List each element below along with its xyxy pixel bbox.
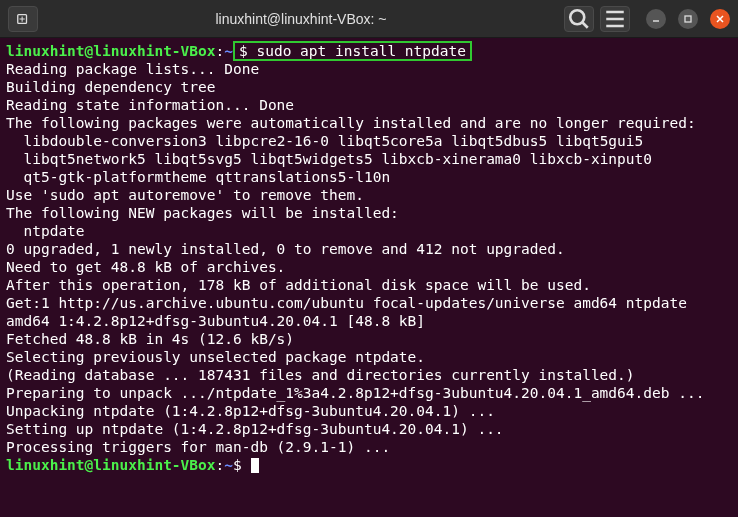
svg-rect-2 (685, 16, 691, 22)
maximize-icon (683, 14, 693, 24)
output-line: Selecting previously unselected package … (6, 348, 732, 366)
hamburger-icon (601, 5, 629, 33)
output-line: Preparing to unpack .../ntpdate_1%3a4.2.… (6, 384, 732, 402)
search-button[interactable] (564, 6, 594, 32)
output-line: libqt5network5 libqt5svg5 libqt5widgets5… (6, 150, 732, 168)
output-line: The following NEW packages will be insta… (6, 204, 732, 222)
output-line: Processing triggers for man-db (2.9.1-1)… (6, 438, 732, 456)
cursor (251, 458, 259, 473)
prompt-colon: : (216, 457, 225, 473)
terminal-content[interactable]: linuxhint@linuxhint-VBox:~$ sudo apt ins… (0, 38, 738, 517)
new-tab-icon (16, 12, 30, 26)
prompt-user-host: linuxhint@linuxhint-VBox (6, 43, 216, 59)
output-line: Reading state information... Done (6, 96, 732, 114)
output-line: Fetched 48.8 kB in 4s (12.6 kB/s) (6, 330, 732, 348)
output-line: (Reading database ... 187431 files and d… (6, 366, 732, 384)
svg-point-1 (570, 10, 584, 24)
search-icon (565, 5, 593, 33)
prompt-line-2: linuxhint@linuxhint-VBox:~$ (6, 456, 732, 474)
prompt-path: ~ (224, 457, 233, 473)
output-line: ntpdate (6, 222, 732, 240)
terminal-window: linuxhint@linuxhint-VBox: ~ (0, 0, 738, 517)
hamburger-menu-button[interactable] (600, 6, 630, 32)
prompt-path: ~ (224, 43, 233, 59)
prompt-dollar: $ (233, 457, 242, 473)
window-controls (646, 9, 730, 29)
output-line: Get:1 http://us.archive.ubuntu.com/ubunt… (6, 294, 732, 330)
close-button[interactable] (710, 9, 730, 29)
close-icon (715, 14, 725, 24)
minimize-button[interactable] (646, 9, 666, 29)
highlighted-command: $ sudo apt install ntpdate (233, 41, 472, 61)
maximize-button[interactable] (678, 9, 698, 29)
output-line: 0 upgraded, 1 newly installed, 0 to remo… (6, 240, 732, 258)
prompt-colon: : (216, 43, 225, 59)
output-line: qt5-gtk-platformtheme qttranslations5-l1… (6, 168, 732, 186)
output-line: After this operation, 178 kB of addition… (6, 276, 732, 294)
output-line: Setting up ntpdate (1:4.2.8p12+dfsg-3ubu… (6, 420, 732, 438)
window-title: linuxhint@linuxhint-VBox: ~ (44, 11, 558, 27)
output-line: Use 'sudo apt autoremove' to remove them… (6, 186, 732, 204)
output-line: Building dependency tree (6, 78, 732, 96)
new-tab-button[interactable] (8, 6, 38, 32)
output-line: Unpacking ntpdate (1:4.2.8p12+dfsg-3ubun… (6, 402, 732, 420)
minimize-icon (651, 14, 661, 24)
output-line: The following packages were automaticall… (6, 114, 732, 132)
output-line: Need to get 48.8 kB of archives. (6, 258, 732, 276)
output-line: libdouble-conversion3 libpcre2-16-0 libq… (6, 132, 732, 150)
prompt-user-host: linuxhint@linuxhint-VBox (6, 457, 216, 473)
prompt-line-1: linuxhint@linuxhint-VBox:~$ sudo apt ins… (6, 42, 732, 60)
output-line: Reading package lists... Done (6, 60, 732, 78)
titlebar: linuxhint@linuxhint-VBox: ~ (0, 0, 738, 38)
